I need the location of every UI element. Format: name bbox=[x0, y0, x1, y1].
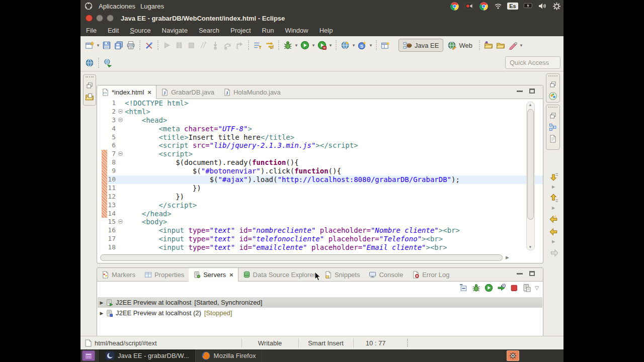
code-text[interactable]: <script src="lib/jquery-2.1.3.min.js"></… bbox=[125, 141, 543, 150]
save-all-button[interactable] bbox=[113, 39, 125, 51]
code-text[interactable]: <input type="text" id="telefonocliente" … bbox=[125, 235, 543, 243]
save-button[interactable] bbox=[101, 39, 113, 51]
scroll-down-icon[interactable]: ▼ bbox=[528, 245, 532, 249]
taskbar-item-firefox[interactable]: Mozilla Firefox bbox=[196, 349, 263, 362]
volume-icon[interactable] bbox=[537, 1, 547, 11]
distributor-logo-icon[interactable] bbox=[84, 1, 94, 11]
perspective-web-button[interactable]: Web bbox=[443, 39, 476, 51]
menu-navigate[interactable]: Navigate bbox=[156, 25, 193, 36]
fastview-up-icon[interactable] bbox=[549, 193, 558, 202]
code-line[interactable]: 14 </head> bbox=[97, 210, 543, 218]
code-line[interactable]: 18 <input type="text" id="emailclente" p… bbox=[97, 243, 543, 252]
menu-search[interactable]: Search bbox=[193, 25, 225, 36]
code-line[interactable]: 7 <script> bbox=[97, 150, 543, 158]
horizontal-scroll-thumb[interactable] bbox=[100, 254, 503, 261]
forward-arrow-disabled-icon[interactable] bbox=[549, 248, 558, 257]
dropdown-arrow-icon[interactable]: ▼ bbox=[519, 43, 524, 48]
code-line[interactable]: 9 $("#botonenviar").click(function(){ bbox=[97, 167, 543, 175]
dropdown-arrow-icon[interactable]: ▼ bbox=[368, 43, 373, 48]
collapse-icon[interactable] bbox=[118, 151, 123, 156]
new-wizard-button[interactable] bbox=[84, 39, 96, 51]
use-step-filters-button[interactable] bbox=[252, 39, 264, 51]
code-line[interactable]: 12 }) bbox=[97, 193, 543, 201]
view-tab-error-log[interactable]: Error Log bbox=[408, 268, 454, 281]
code-text[interactable]: }) bbox=[125, 193, 543, 201]
chrome-icon[interactable] bbox=[478, 1, 489, 11]
code-line[interactable]: 6 <script src="lib/jquery-2.1.3.min.js">… bbox=[97, 141, 543, 150]
minimize-view-icon[interactable] bbox=[517, 273, 523, 275]
perspective-java-ee-button[interactable]: Java EE bbox=[398, 39, 443, 52]
code-line[interactable]: 2<html> bbox=[97, 108, 543, 116]
back-star-arrow-icon[interactable] bbox=[549, 214, 558, 223]
start-server-icon[interactable] bbox=[485, 284, 493, 292]
small-triangle-icon[interactable]: ▶ bbox=[552, 239, 555, 244]
drag-handle[interactable] bbox=[548, 107, 557, 109]
code-text[interactable]: <script> bbox=[125, 150, 543, 158]
code-line[interactable]: 10 $("#ajax").load("http://localhost:808… bbox=[97, 175, 543, 184]
menu-source[interactable]: Source bbox=[124, 25, 156, 36]
dropdown-arrow-icon[interactable]: ▼ bbox=[311, 43, 316, 48]
new-service-button[interactable]: S bbox=[356, 39, 368, 51]
wifi-icon[interactable] bbox=[493, 1, 503, 11]
pen-button[interactable] bbox=[507, 39, 519, 51]
vertical-scroll-thumb[interactable] bbox=[527, 109, 534, 220]
open-perspective-button[interactable] bbox=[379, 39, 391, 51]
import-folder-button[interactable] bbox=[482, 39, 495, 51]
restore-icon[interactable] bbox=[548, 111, 558, 121]
code-line[interactable]: 16 <input type="text" id="nombrecliente"… bbox=[97, 226, 543, 235]
launch-external-button[interactable] bbox=[102, 57, 114, 69]
code-text[interactable]: </script> bbox=[125, 201, 543, 210]
screen-recorder-icon[interactable] bbox=[464, 1, 474, 11]
scroll-right-icon[interactable]: ▶ bbox=[506, 255, 509, 260]
code-line[interactable]: 17 <input type="text" id="telefonoclient… bbox=[97, 235, 543, 243]
palette-icon[interactable] bbox=[548, 91, 558, 101]
code-text[interactable]: $("#ajax").load("http://localhost:8080/g… bbox=[125, 175, 543, 184]
doc-icon[interactable] bbox=[548, 134, 558, 144]
dropdown-arrow-icon[interactable]: ▼ bbox=[96, 43, 101, 48]
outline-icon[interactable] bbox=[548, 122, 558, 132]
collapse-icon[interactable] bbox=[118, 118, 123, 122]
code-text[interactable]: <head> bbox=[125, 116, 543, 125]
web-browser-button[interactable] bbox=[84, 57, 96, 69]
code-line[interactable]: 15 <body> bbox=[97, 218, 543, 226]
workflow-button[interactable] bbox=[264, 39, 276, 51]
restore-icon[interactable] bbox=[85, 80, 95, 90]
profile-server-icon[interactable] bbox=[497, 284, 506, 292]
code-text[interactable]: <!DOCTYPE html> bbox=[125, 99, 543, 108]
minimize-view-icon[interactable] bbox=[517, 90, 523, 92]
stop-server-icon[interactable] bbox=[510, 284, 518, 292]
collapse-icon[interactable] bbox=[118, 219, 123, 224]
dropdown-arrow-icon[interactable]: ▼ bbox=[328, 43, 333, 48]
project-explorer-icon[interactable] bbox=[85, 92, 95, 102]
battery-icon[interactable] bbox=[522, 1, 532, 11]
server-row[interactable]: ▶J2EE Preview at localhost[Started, Sync… bbox=[98, 297, 542, 308]
server-row[interactable]: ▶J2EE Preview at localhost (2)[Stopped] bbox=[98, 308, 542, 318]
view-tab-data-source-explorer[interactable]: Data Source Explorer bbox=[238, 268, 320, 281]
view-tab-servers[interactable]: Servers× bbox=[189, 268, 238, 282]
session-gear-icon[interactable] bbox=[551, 1, 561, 11]
drag-handle[interactable] bbox=[548, 75, 557, 78]
taskbar-item-eclipse[interactable]: Java EE - grabarDB/W... bbox=[99, 349, 196, 362]
new-web-button[interactable] bbox=[339, 39, 351, 51]
code-editor[interactable]: 1<!DOCTYPE html>2<html>3 <head>4 <meta c… bbox=[97, 99, 543, 253]
vertical-scrollbar[interactable]: ▲ ▼ bbox=[526, 102, 535, 250]
run-button[interactable] bbox=[299, 39, 311, 51]
code-text[interactable]: <html> bbox=[125, 108, 543, 116]
dropdown-arrow-icon[interactable]: ▼ bbox=[294, 43, 299, 48]
small-triangle-icon[interactable]: ▶ bbox=[552, 206, 555, 211]
menu-edit[interactable]: Edit bbox=[102, 25, 124, 36]
code-line[interactable]: 1<!DOCTYPE html> bbox=[97, 99, 543, 108]
files-app-icon[interactable] bbox=[82, 350, 95, 361]
editor-tab-indexhtml[interactable]: <>*index.html× bbox=[97, 85, 156, 99]
menu-project[interactable]: Project bbox=[225, 25, 256, 36]
editor-tab-GrabarDBjava[interactable]: JGrabarDB.java bbox=[156, 85, 219, 99]
debug-button[interactable] bbox=[282, 39, 294, 51]
collapse-icon[interactable] bbox=[118, 109, 123, 114]
code-text[interactable]: $(document).ready(function(){ bbox=[125, 158, 543, 167]
menu-file[interactable]: File bbox=[80, 25, 102, 36]
code-text[interactable]: <body> bbox=[125, 218, 543, 226]
menu-run[interactable]: Run bbox=[257, 25, 280, 36]
editor-tab-HolaMundojava[interactable]: JHolaMundo.java bbox=[219, 85, 285, 99]
menu-window[interactable]: Window bbox=[279, 25, 313, 36]
view-tab-console[interactable]: Console bbox=[364, 268, 408, 281]
